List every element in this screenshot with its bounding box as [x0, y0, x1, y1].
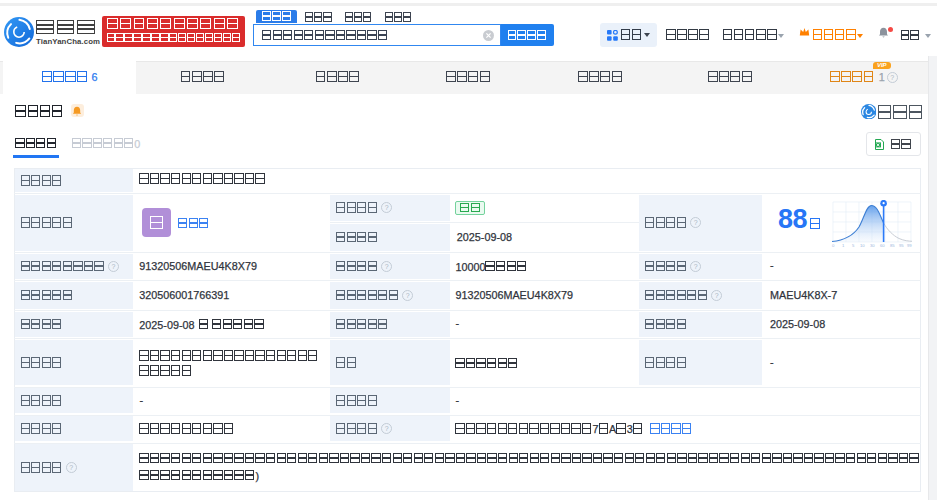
svg-text:30: 30	[870, 243, 875, 248]
svg-text:85: 85	[890, 243, 895, 248]
svg-text:1: 1	[842, 243, 845, 248]
svg-text:99: 99	[907, 243, 912, 248]
svg-text:0: 0	[832, 243, 835, 248]
svg-text:60: 60	[880, 243, 885, 248]
svg-text:5: 5	[852, 243, 855, 248]
svg-text:10: 10	[860, 243, 865, 248]
svg-text:95: 95	[899, 243, 904, 248]
